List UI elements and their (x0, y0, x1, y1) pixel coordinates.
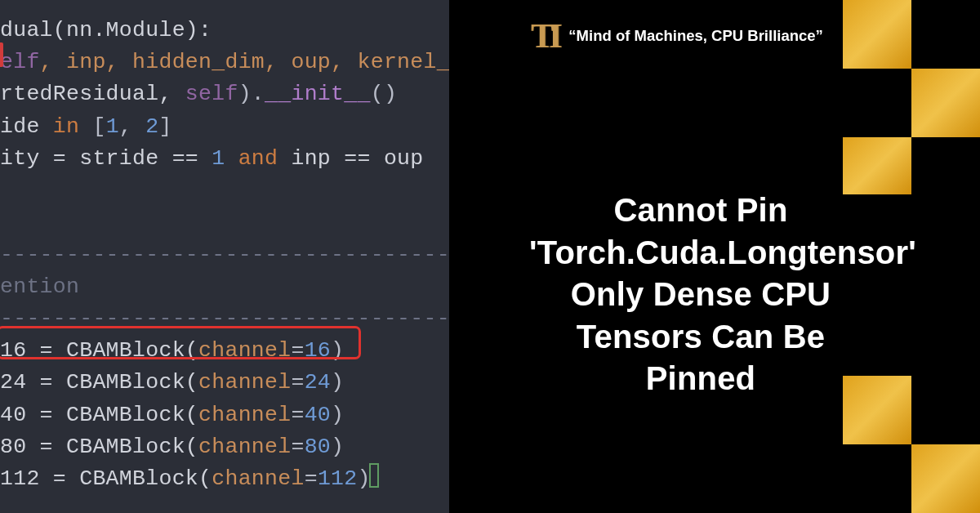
code-divider: ----------------------------------- (0, 239, 449, 271)
code-text: 16 = CBAMBlock( (0, 338, 198, 363)
code-keyword: in (53, 114, 79, 139)
code-line-cbam-112: 112 = CBAMBlock(channel=112) (0, 463, 449, 495)
code-self: self (185, 82, 238, 106)
code-number: 24 (305, 370, 331, 395)
decorative-checker (911, 444, 980, 513)
code-param: channel (198, 370, 291, 395)
code-text: 80 = CBAMBlock( (0, 435, 198, 459)
code-punct: = (291, 338, 304, 363)
decorative-checker (843, 0, 911, 69)
code-punct: ) (331, 370, 344, 395)
error-marker (0, 42, 3, 67)
code-space (225, 146, 238, 171)
code-punct: ). (238, 82, 265, 106)
code-number: 112 (318, 466, 358, 491)
code-punct: = (291, 370, 304, 395)
brand-row: TI “Mind of Machines, CPU Brilliance” (531, 16, 823, 56)
code-dunder: __init__ (265, 82, 371, 106)
code-punct: ) (331, 435, 344, 459)
code-param: channel (198, 403, 291, 427)
tagline-text: “Mind of Machines, CPU Brilliance” (568, 27, 822, 45)
code-text: ity = stride == (0, 146, 212, 171)
code-text: rtedResidual, (0, 82, 185, 106)
code-text: dual(nn.Module): (0, 18, 212, 42)
code-line-1: dual(nn.Module): (0, 15, 449, 47)
code-line-3: rtedResidual, self).__init__() (0, 78, 449, 110)
code-line-cbam-16: 16 = CBAMBlock(channel=16) (0, 335, 449, 367)
code-punct: , (119, 114, 145, 139)
code-number: 16 (305, 338, 331, 363)
code-param: channel (198, 338, 291, 363)
code-text: 112 = CBAMBlock( (0, 466, 212, 491)
code-punct: = (305, 466, 318, 491)
code-self: elf (0, 50, 40, 74)
code-punct: ) (331, 338, 344, 363)
code-keyword: and (238, 146, 278, 171)
code-text: ide (0, 114, 53, 139)
code-params: , inp, hidden_dim, oup, kernel_size (40, 50, 449, 74)
headline-text: Cannot Pin 'Torch.Cuda.Longtensor' Only … (529, 190, 872, 400)
code-blank-line (0, 175, 449, 207)
code-param: channel (212, 466, 304, 491)
code-comment: ention (0, 271, 449, 303)
code-text: 24 = CBAMBlock( (0, 370, 198, 395)
code-punct: = (291, 403, 304, 427)
code-param: channel (198, 435, 291, 459)
logo-icon: TI (531, 16, 557, 56)
title-panel: TI “Mind of Machines, CPU Brilliance” Ca… (449, 0, 980, 513)
code-editor-panel: dual(nn.Module): elf, inp, hidden_dim, o… (0, 0, 449, 513)
code-number: 1 (106, 114, 119, 139)
code-line-cbam-24: 24 = CBAMBlock(channel=24) (0, 367, 449, 399)
code-text: inp == oup (278, 146, 423, 171)
code-line-cbam-40: 40 = CBAMBlock(channel=40) (0, 399, 449, 431)
code-line-cbam-80: 80 = CBAMBlock(channel=80) (0, 431, 449, 463)
decorative-checker (911, 69, 980, 137)
code-blank-line (0, 207, 449, 239)
code-punct: () (371, 82, 397, 106)
code-divider: ----------------------------------- (0, 303, 449, 335)
code-number: 1 (212, 146, 225, 171)
code-punct: = (291, 435, 304, 459)
code-line-4: ide in [1, 2] (0, 111, 449, 143)
code-punct: ) (331, 403, 344, 427)
code-punct: ] (158, 114, 172, 139)
code-number: 40 (305, 403, 331, 427)
code-punct: [ (79, 114, 105, 139)
code-number: 2 (145, 114, 158, 139)
text-cursor (369, 463, 379, 488)
code-line-2: elf, inp, hidden_dim, oup, kernel_size (0, 47, 449, 78)
decorative-checker (843, 137, 911, 194)
code-number: 80 (305, 435, 331, 459)
code-text: 40 = CBAMBlock( (0, 403, 198, 427)
code-line-5: ity = stride == 1 and inp == oup (0, 143, 449, 175)
